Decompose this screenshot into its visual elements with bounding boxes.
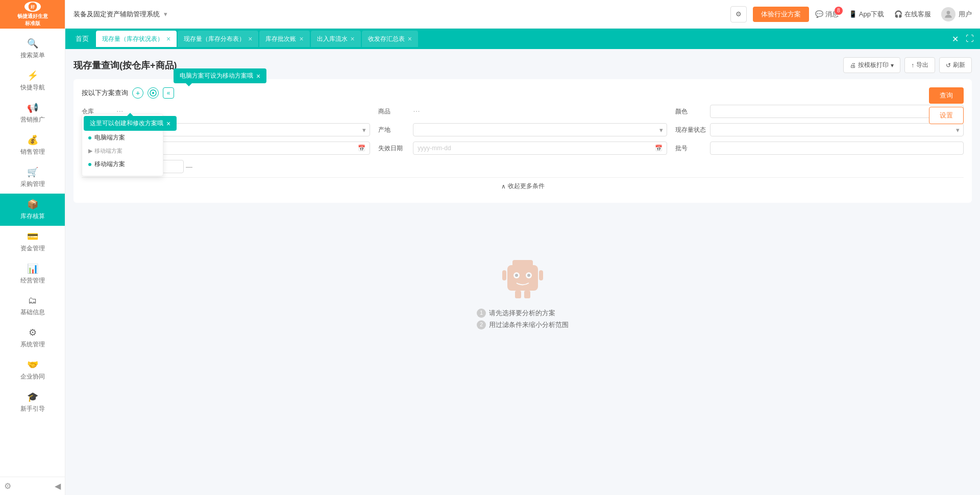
expire-date-label: 失效日期 <box>378 144 409 153</box>
sidebar-item-guide[interactable]: 🎓 新手引导 <box>0 386 65 418</box>
batch-input[interactable] <box>710 142 964 155</box>
sidebar-item-sales[interactable]: 💰 销售管理 <box>0 129 65 161</box>
app-download-btn[interactable]: 📱 App下载 <box>849 10 884 19</box>
scheme-circle-btn[interactable] <box>148 87 159 99</box>
handshake-icon: 🤝 <box>27 359 38 370</box>
filter-box: 按以下方案查询 + « 电脑方案可设为移动方案哦 × <box>74 79 972 203</box>
tab-summary[interactable]: 收发存汇总表 × <box>362 31 418 47</box>
tab-home[interactable]: 首页 <box>69 31 95 47</box>
origin-select[interactable] <box>413 123 667 136</box>
sidebar-item-quicknav[interactable]: ⚡ 快捷导航 <box>0 65 65 97</box>
query-btn[interactable]: 查询 <box>929 87 964 104</box>
scheme-item-pc[interactable]: 电脑端方案 <box>82 130 163 145</box>
sidebar-item-search[interactable]: 🔍 搜索菜单 <box>0 33 65 65</box>
svg-rect-14 <box>524 291 530 298</box>
box-icon: 📦 <box>27 199 38 210</box>
folder-icon: 🗂 <box>28 295 37 306</box>
add-scheme-btn[interactable]: + <box>132 87 143 99</box>
chevron-down-icon[interactable]: ▾ <box>164 10 167 18</box>
app-name: 畅捷通好生意 <box>17 13 48 20</box>
filter-row-1: 仓库 ··· 商品 ··· 颜色 <box>82 105 964 118</box>
sidebar-item-purchase[interactable]: 🛒 采购管理 <box>0 161 65 194</box>
settings-button[interactable]: ⚙ <box>730 6 747 22</box>
tab-close-icon[interactable]: × <box>248 35 252 43</box>
sidebar-item-label: 系统管理 <box>20 340 45 349</box>
reset-btn[interactable]: 设置 <box>929 107 964 124</box>
filter-row-3: 生产日期 yyyy-mm-dd 📅 失效日期 yyyy-mm-dd 📅 <box>82 142 964 155</box>
scheme-item-label: 电脑端方案 <box>94 133 125 142</box>
tooltip-text: 电脑方案可设为移动方案哦 <box>180 72 253 80</box>
stock-range-dash: — <box>186 163 192 171</box>
sidebar-item-label: 搜索菜单 <box>20 51 45 60</box>
sidebar-item-finance[interactable]: 💳 资金管理 <box>0 226 65 258</box>
sidebar-item-label: 基础信息 <box>20 308 45 317</box>
industry-btn[interactable]: 体验行业方案 <box>753 7 809 22</box>
tab-close-icon[interactable]: × <box>408 35 412 43</box>
tab-batch[interactable]: 库存批次账 × <box>259 31 309 47</box>
tooltip-edit-close-btn[interactable]: × <box>166 120 170 128</box>
message-icon: 💬 <box>815 10 823 18</box>
export-label: 导出 <box>916 61 928 69</box>
collapse-label: 收起更多条件 <box>508 182 545 191</box>
svg-rect-13 <box>515 291 521 298</box>
tooltip-close-btn[interactable]: × <box>256 72 260 80</box>
goods-dots[interactable]: ··· <box>413 107 420 116</box>
print-btn[interactable]: 🖨 按模板打印 ▾ <box>843 57 900 73</box>
sidebar-item-label: 营销推广 <box>20 115 45 124</box>
sidebar-item-basic-info[interactable]: 🗂 基础信息 <box>0 290 65 322</box>
tab-inventory-status[interactable]: 现存量（库存状况表） × <box>96 31 177 47</box>
collapse-icon[interactable]: ◀ <box>55 481 61 491</box>
tab-close-all-icon[interactable]: ✕ <box>950 32 961 46</box>
sidebar-item-system[interactable]: ⚙ 系统管理 <box>0 322 65 354</box>
scheme-group-mobile: ▶ 移动端方案 <box>82 145 163 157</box>
user-label: 用户 <box>959 10 972 19</box>
svg-rect-12 <box>539 270 543 280</box>
collapse-bar: ∧ 收起更多条件 <box>82 177 964 195</box>
svg-rect-6 <box>512 260 533 270</box>
chevron-up-icon: ∧ <box>501 183 506 190</box>
expire-date-placeholder: yyyy-mm-dd <box>418 145 451 152</box>
main-area: 装备及固定资产辅助管理系统 ▾ ⚙ 体验行业方案 💬 消息 8 📱 App下载 … <box>65 0 980 495</box>
sidebar-item-label: 快捷导航 <box>20 83 45 92</box>
refresh-btn[interactable]: ↺ 刷新 <box>939 57 972 73</box>
sidebar-item-inventory[interactable]: 📦 库存核算 <box>0 194 65 226</box>
expire-date-input[interactable]: yyyy-mm-dd 📅 <box>413 142 667 155</box>
calendar-icon[interactable]: 📅 <box>655 145 663 152</box>
service-icon: 🎧 <box>894 10 902 18</box>
megaphone-icon: 📢 <box>27 102 38 113</box>
tab-close-icon[interactable]: × <box>351 35 355 43</box>
tip-num-2: 2 <box>477 320 486 329</box>
filter-origin: 产地 <box>378 123 667 136</box>
calendar-icon[interactable]: 📅 <box>358 145 365 152</box>
card-icon: 💳 <box>27 231 38 242</box>
content-inner: 现存量查询(按仓库+商品) 🖨 按模板打印 ▾ ↑ 导出 ↺ 刷新 <box>65 49 980 380</box>
tip-text-2: 用过滤条件来缩小分析范围 <box>489 319 569 331</box>
sidebar-item-label: 企业协同 <box>20 372 45 381</box>
dot-icon <box>88 136 91 139</box>
scheme-arrow-btn[interactable]: « <box>163 87 174 99</box>
sidebar-item-collab[interactable]: 🤝 企业协同 <box>0 354 65 386</box>
filter-expire-date: 失效日期 yyyy-mm-dd 📅 <box>378 142 667 155</box>
content-area: 现存量查询(按仓库+商品) 🖨 按模板打印 ▾ ↑ 导出 ↺ 刷新 <box>65 49 980 495</box>
tab-inventory-dist[interactable]: 现存量（库存分布表） × <box>178 31 258 47</box>
sidebar-bottom: ⚙ ◀ <box>0 477 65 495</box>
tab-expand-icon[interactable]: ⛶ <box>964 32 976 46</box>
sidebar-item-label: 经营管理 <box>20 276 45 285</box>
collapse-btn[interactable]: ∧ 收起更多条件 <box>501 182 545 191</box>
chart-icon: 📊 <box>27 263 38 274</box>
export-btn[interactable]: ↑ 导出 <box>904 57 935 73</box>
tab-close-icon[interactable]: × <box>166 35 170 43</box>
user-btn[interactable]: 用户 <box>941 7 972 21</box>
stock-status-select[interactable] <box>710 123 964 136</box>
tab-flow[interactable]: 出入库流水 × <box>311 31 361 47</box>
scheme-item-label: 移动端方案 <box>94 160 125 169</box>
scheme-item-mobile[interactable]: 移动端方案 <box>82 157 163 172</box>
sidebar-item-management[interactable]: 📊 经营管理 <box>0 258 65 290</box>
settings-icon[interactable]: ⚙ <box>4 481 11 491</box>
color-select[interactable] <box>710 105 964 118</box>
tab-close-icon[interactable]: × <box>299 35 303 43</box>
message-btn[interactable]: 💬 消息 8 <box>815 10 839 19</box>
sidebar-item-marketing[interactable]: 📢 营销推广 <box>0 97 65 129</box>
origin-label: 产地 <box>378 126 409 134</box>
online-service-btn[interactable]: 🎧 在线客服 <box>894 10 931 19</box>
